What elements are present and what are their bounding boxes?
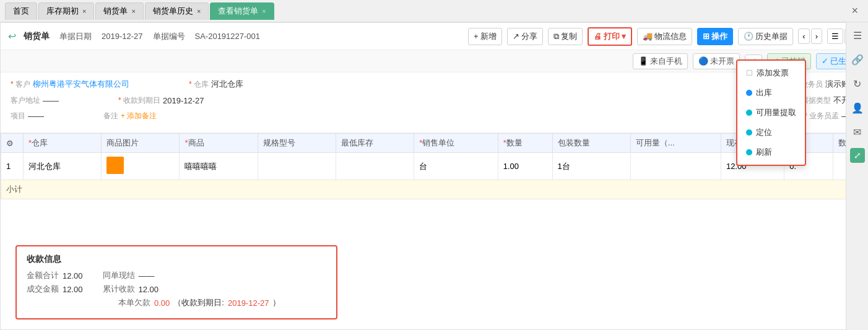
subtotal-label: 小计 [1,180,867,199]
tab-sales[interactable]: 销货单 × [95,2,143,20]
nav-arrows: ‹ › [798,28,822,44]
form-row-3: 项目 —— 备注 添加备注 业务员孟 —— [11,111,857,121]
refresh-dot-icon [746,149,752,155]
copy-button[interactable]: ⧉ 复制 [548,28,583,45]
row-number: 1 [6,162,11,171]
history-button-label: 历史单据 [755,31,788,42]
row-product: 嘻嘻嘻嘻 [180,153,258,180]
outbound-dot-icon [746,90,752,96]
tab-inventory[interactable]: 库存期初 × [38,2,94,20]
tab-view-sales-close[interactable]: × [262,7,266,15]
dropdown-refresh[interactable]: 刷新 [737,142,805,162]
nav-next-button[interactable]: › [811,28,822,44]
tab-sales-history[interactable]: 销货单历史 × [145,2,209,20]
cumulative-label: 累计收款 [103,284,135,295]
dropdown-outbound-label: 出库 [756,87,772,98]
tab-inventory-label: 库存期初 [46,6,79,17]
locate-dot-icon [746,129,752,136]
history-button[interactable]: 🕐 历史单据 [738,28,793,45]
same-order-value: —— [139,271,155,280]
payment-row-2: 成交金额 12.00 累计收款 12.00 [27,284,326,295]
right-sidebar: ☰ 🔗 ↻ 👤 ✉ ⤢ [846,22,868,330]
view-list-button[interactable]: ☰ [827,28,843,44]
operations-icon: ⊞ [703,32,710,41]
customer-value[interactable]: 柳州粤港平安气体有限公司 [33,79,129,90]
share-button[interactable]: ↗ 分享 [507,28,543,45]
bottom-area: 收款信息 金额合计 12.00 同单现结 —— 成交金额 12.00 累计收款 [1,240,867,329]
sidebar-expand-icon[interactable]: ⤢ [850,148,865,163]
history-icon: 🕐 [744,32,753,41]
overdue-date: 2019-12-27 [228,298,269,308]
form-row-1: 客户 柳州粤港平安气体有限公司 仓库 河北仓库 业务员 演示账号 [11,79,857,90]
window-close-button[interactable]: × [846,4,863,17]
col-warehouse: *仓库 [24,134,102,153]
new-button-label: + 新增 [474,31,497,42]
warehouse-value: 河北仓库 [211,79,243,90]
sales-staff-label: 业务员孟 [804,111,839,121]
dropdown-add-invoice-label: 添加发票 [757,67,789,79]
dropdown-available-qty-label: 可用量提取 [756,107,796,118]
total-amount-label: 金额合计 [27,270,59,281]
due-date-label: 收款到期日 [118,95,160,106]
tab-sales-history-label: 销货单历史 [153,6,193,17]
phone-button[interactable]: 📱 来自手机 [633,53,688,69]
total-amount-field: 金额合计 12.00 [27,270,83,281]
share-icon: ↗ [513,32,519,41]
col-min-stock: 最低库存 [336,134,414,153]
sidebar-mail-icon[interactable]: ✉ [851,124,864,141]
col-available: 可用量（... [630,134,721,153]
transaction-label: 成交金额 [27,284,59,295]
new-button[interactable]: + 新增 [468,28,502,45]
dropdown-locate[interactable]: 定位 [737,123,805,142]
col-product: *商品 [180,134,258,153]
payment-row-3: 本单欠款 0.00 （收款到期日: 2019-12-27 ） [27,297,326,308]
dropdown-add-invoice[interactable]: ☐ 添加发票 [737,63,805,83]
print-button[interactable]: 🖨 打印 ▾ [588,27,632,46]
logistics-button[interactable]: 🚚 物流信息 [637,28,692,45]
nav-prev-button[interactable]: ‹ [798,28,809,44]
tab-home[interactable]: 首页 [5,2,37,20]
print-icon: 🖨 [594,32,602,41]
sidebar-list-icon[interactable]: ☰ [851,27,864,44]
phone-button-label: 来自手机 [650,56,682,67]
settings-icon[interactable]: ⚙ [6,139,14,148]
tab-view-sales-label: 查看销货单 [218,6,258,17]
tab-sales-history-close[interactable]: × [197,7,201,15]
sidebar-link-icon[interactable]: 🔗 [849,51,866,68]
doc-title: 销货单 [24,31,50,42]
tab-sales-close[interactable]: × [131,7,135,15]
row-min-stock [336,153,414,180]
operations-dropdown: ☐ 添加发票 出库 可用量提取 定位 刷新 [736,59,806,166]
form-row-2: 客户地址 —— 收款到期日 2019-12-27 票据类型 不开票 [11,95,857,106]
sidebar-user-icon[interactable]: 👤 [849,100,866,116]
dropdown-outbound[interactable]: 出库 [737,83,805,103]
cumulative-field: 累计收款 12.00 [103,284,159,295]
tab-bar: 首页 库存期初 × 销货单 × 销货单历史 × 查看销货单 × × [0,0,868,22]
total-amount-value: 12.00 [63,271,83,280]
col-img: 商品图片 [102,134,180,153]
unopened-button[interactable]: 🔵 未开票 [693,53,740,69]
product-image [106,157,124,174]
overdue-close: ） [272,297,280,308]
row-sales-unit: 台 [414,153,498,180]
col-pack-qty: 包装数量 [552,134,630,153]
tab-view-sales[interactable]: 查看销货单 × [210,2,274,20]
unopened-button-label: 未开票 [710,56,734,67]
due-date-field: 收款到期日 2019-12-27 [118,95,204,106]
overdue-label: 本单欠款 [118,297,150,308]
dropdown-available-qty[interactable]: 可用量提取 [737,103,805,123]
overdue-value: 0.00 [154,298,170,308]
col-sales-unit: *销售单位 [414,134,498,153]
col-quantity: *数量 [498,134,552,153]
print-button-label: 打印 [604,31,620,42]
operations-button-label: 操作 [711,31,727,42]
available-qty-dot-icon [746,110,752,116]
tab-inventory-close[interactable]: × [82,7,86,15]
operations-button[interactable]: ⊞ 操作 [697,28,733,45]
warehouse-field: 仓库 河北仓库 [189,79,243,90]
due-date-value: 2019-12-27 [163,96,204,105]
doc-date-label: 单据日期 [59,31,92,42]
payment-info: 收款信息 金额合计 12.00 同单现结 —— 成交金额 12.00 累计收款 [15,245,337,319]
sidebar-refresh-icon[interactable]: ↻ [851,76,864,92]
add-note-button[interactable]: 添加备注 [121,111,157,121]
